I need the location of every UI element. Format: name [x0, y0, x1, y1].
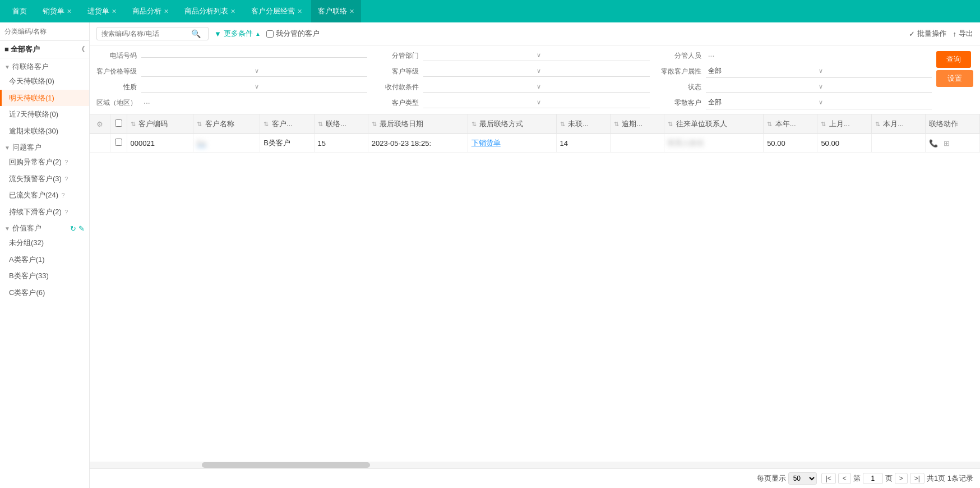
sort-icon[interactable]: ⇅	[197, 121, 202, 127]
page-size-select[interactable]: 50 100 200	[788, 472, 817, 485]
set-button[interactable]: 设置	[936, 70, 973, 87]
sidebar-item-tomorrow-contact[interactable]: 明天待联络(1)	[0, 90, 89, 107]
sort-icon[interactable]: ⇅	[372, 121, 377, 127]
content-area: 🔍 ▼ 更多条件 ▲ 我分管的客户 ✓ 批量操作 ↑ 导出	[90, 22, 980, 488]
nav-close-icon[interactable]: ✕	[67, 8, 72, 15]
search-input-wrap: 🔍	[96, 27, 209, 40]
search-icon[interactable]: 🔍	[191, 29, 201, 38]
first-page-btn[interactable]: |<	[821, 473, 836, 484]
chevron-down-icon: ∨	[537, 52, 648, 59]
filter-manager-dots[interactable]: ···	[706, 51, 717, 60]
sidebar-item-churned[interactable]: 已流失客户(24) ?	[0, 187, 89, 204]
my-customers-checkbox-wrap[interactable]: 我分管的客户	[266, 29, 320, 39]
filter-retail-attr-select[interactable]: 全部 ∨	[706, 65, 932, 78]
sidebar-item-today-contact[interactable]: 今天待联络(0)	[0, 73, 89, 90]
sidebar-item-overdue-contact[interactable]: 逾期未联络(30)	[0, 123, 89, 140]
prev-page-btn[interactable]: <	[838, 473, 851, 484]
sort-icon[interactable]: ⇅	[131, 121, 136, 127]
help-icon: ?	[64, 159, 68, 165]
batch-action-btn[interactable]: ✓ 批量操作	[909, 29, 946, 39]
scrollbar-thumb[interactable]	[202, 462, 370, 468]
nav-close-icon[interactable]: ✕	[349, 8, 354, 15]
chevron-up-icon: ▲	[255, 31, 261, 37]
td-last-contact-method[interactable]: 下销货单	[468, 134, 556, 153]
sidebar-all-customers[interactable]: ■ 全部客户 《	[0, 41, 89, 58]
sort-icon[interactable]: ⇅	[614, 121, 619, 127]
filter-customer-level-select[interactable]: ∨	[423, 66, 649, 77]
select-all-checkbox[interactable]	[115, 119, 122, 127]
nav-product-analysis[interactable]: 商品分析 ✕	[126, 0, 175, 22]
col-customer-name-header: ⇅ 客户名称	[193, 114, 260, 134]
collapse-icon[interactable]: 《	[78, 45, 85, 54]
sidebar-group-problem-customer[interactable]: ▼ 问题客户	[0, 139, 89, 154]
row-checkbox[interactable]	[115, 139, 122, 146]
nav-customer-contact[interactable]: 客户联络 ✕	[311, 0, 361, 22]
nav-product-analysis-list[interactable]: 商品分析列表 ✕	[178, 0, 242, 22]
sidebar-item-c-class[interactable]: C类客户(6)	[0, 284, 89, 301]
grid-icon[interactable]: ⊞	[944, 139, 950, 148]
gear-icon[interactable]: ⚙	[96, 120, 103, 128]
refresh-icon[interactable]: ↻	[70, 224, 76, 233]
search-input[interactable]	[101, 30, 191, 38]
sort-icon[interactable]: ⇅	[767, 121, 772, 127]
sidebar-search-input[interactable]	[4, 27, 89, 35]
customer-table: ⚙ ⇅ 客户编码 ⇅ 客户名称	[90, 114, 980, 153]
filter-status: 状态 ∨	[661, 81, 932, 93]
filter-nature-select[interactable]: ∨	[141, 81, 367, 93]
horizontal-scrollbar[interactable]	[90, 462, 980, 468]
nav-close-icon[interactable]: ✕	[230, 8, 235, 15]
sidebar-group-value-customer[interactable]: ▼ 价值客户 ↻ ✎	[0, 220, 89, 234]
nav-close-icon[interactable]: ✕	[164, 8, 169, 15]
last-page-btn[interactable]: >|	[910, 473, 924, 484]
nav-close-icon[interactable]: ✕	[297, 8, 302, 15]
sort-icon[interactable]: ⇅	[318, 121, 323, 127]
filter-retail-customer-select[interactable]: 全部 ∨	[706, 96, 932, 109]
filter-dept-select[interactable]: ∨	[423, 50, 649, 61]
td-contact-count: 15	[314, 134, 368, 153]
sidebar-item-declining[interactable]: 持续下滑客户(2) ?	[0, 204, 89, 220]
sidebar-item-a-class[interactable]: A类客户(1)	[0, 251, 89, 268]
nav-close-icon[interactable]: ✕	[112, 8, 117, 15]
sidebar-item-ungrouped[interactable]: 未分组(32)	[0, 234, 89, 251]
filter-status-select[interactable]: ∨	[706, 81, 932, 93]
td-customer-name[interactable]: Ea	[193, 134, 260, 153]
sidebar-item-7days-contact[interactable]: 近7天待联络(0)	[0, 106, 89, 123]
next-page-btn[interactable]: >	[895, 473, 908, 484]
export-btn[interactable]: ↑ 导出	[953, 29, 974, 39]
edit-icon[interactable]: ✎	[78, 224, 85, 233]
filter-customer-type-label: 客户类型	[378, 98, 423, 108]
nav-sales-order[interactable]: 销货单 ✕	[36, 0, 78, 22]
filter-more-conditions[interactable]: ▼ 更多条件 ▲	[214, 29, 261, 39]
my-customers-checkbox[interactable]	[266, 30, 274, 38]
sidebar-group-pending-contact[interactable]: ▼ 待联络客户	[0, 58, 89, 73]
nav-home[interactable]: 首页	[6, 0, 34, 22]
sort-icon[interactable]: ⇅	[821, 121, 826, 127]
td-unit-contact: 联系人姓名	[664, 134, 764, 153]
page-input[interactable]	[863, 473, 883, 484]
sort-icon[interactable]: ⇅	[875, 121, 880, 127]
filter-price-level-select[interactable]: ∨	[141, 66, 367, 77]
phone-icon[interactable]: 📞	[929, 139, 938, 148]
sidebar-item-churn-warning[interactable]: 流失预警客户(3) ?	[0, 171, 89, 187]
query-button[interactable]: 查询	[936, 51, 971, 68]
filter-manager-label: 分管人员	[661, 51, 706, 61]
sidebar-item-b-class[interactable]: B类客户(33)	[0, 268, 89, 284]
sort-icon[interactable]: ⇅	[264, 121, 269, 127]
nav-customer-stratification[interactable]: 客户分层经营 ✕	[244, 0, 309, 22]
filter-customer-type-select[interactable]: ∨	[423, 97, 649, 108]
page-size-wrap: 每页显示 50 100 200	[757, 472, 817, 485]
sort-icon[interactable]: ⇅	[668, 121, 673, 127]
nav-purchase-order[interactable]: 进货单 ✕	[81, 0, 123, 22]
chevron-down-icon: ∨	[537, 99, 648, 106]
sort-icon[interactable]: ⇅	[560, 121, 565, 127]
filter-row-1: 电话号码 分管部门 ∨	[96, 50, 932, 61]
filter-phone-input[interactable]	[141, 54, 367, 58]
sidebar-item-repurchase-abnormal[interactable]: 回购异常客户(2) ?	[0, 154, 89, 171]
col-customer-code-header: ⇅ 客户编码	[127, 114, 193, 134]
filter-payment-terms-select[interactable]: ∨	[423, 81, 649, 93]
filter-row-4: 区域（地区） ··· 客户类型 ∨ 零散客户	[96, 96, 932, 109]
filter-region-dots[interactable]: ···	[141, 98, 152, 107]
chevron-down-icon: ∨	[819, 67, 930, 75]
chevron-down-icon: ∨	[255, 67, 366, 75]
sort-icon[interactable]: ⇅	[471, 121, 477, 127]
